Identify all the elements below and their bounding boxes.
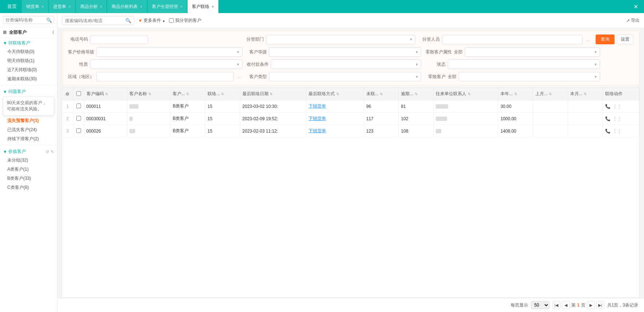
filter-row-2: 客户价格等级 ▼ 客户等级 ▼ 零散客户属性 全部 bbox=[68, 47, 633, 57]
th-last-month[interactable]: 上月... ⇅ bbox=[533, 88, 568, 100]
close-tab-purchase-icon[interactable]: × bbox=[68, 4, 71, 9]
zero-attr-select[interactable]: ▼ bbox=[465, 47, 600, 57]
status-select[interactable]: ▼ bbox=[448, 60, 600, 69]
more-action-icon[interactable]: ⋮⋮ bbox=[613, 116, 621, 121]
nav-tab-customer-layer[interactable]: 客户分层经营 × bbox=[148, 0, 187, 13]
nav-tab-analysis-list[interactable]: 商品分析列表 × bbox=[107, 0, 146, 13]
more-action-icon[interactable]: ⋮⋮ bbox=[613, 129, 621, 134]
refresh-icon[interactable]: ↺ bbox=[45, 149, 49, 154]
settings-button[interactable]: 设置 bbox=[617, 35, 633, 44]
nav-tab-purchase[interactable]: 进货单 × bbox=[49, 0, 75, 13]
row-checkbox[interactable] bbox=[76, 116, 81, 121]
th-checkbox[interactable] bbox=[73, 88, 84, 100]
dept-select[interactable]: ▼ bbox=[266, 35, 415, 44]
th-contact[interactable]: 联络... ⇅ bbox=[205, 88, 240, 100]
th-this-month[interactable]: 本月... ⇅ bbox=[568, 88, 603, 100]
th-last-date[interactable]: 最后联络日期 ⇅ bbox=[240, 88, 306, 100]
td-last-method[interactable]: 下销货单 bbox=[306, 100, 364, 113]
prev-page-button[interactable]: ◀ bbox=[562, 301, 570, 309]
th-overdue[interactable]: 逾期... ⇅ bbox=[399, 88, 434, 100]
nature-select[interactable]: ▼ bbox=[90, 60, 242, 69]
next-page-button[interactable]: ▶ bbox=[587, 301, 595, 309]
zero-order-select[interactable]: ▼ bbox=[459, 72, 600, 81]
th-customer-name[interactable]: 客户名称 ⇅ bbox=[127, 88, 170, 100]
export-button[interactable]: ↗ 导出 bbox=[626, 17, 640, 24]
row-checkbox[interactable] bbox=[76, 104, 81, 108]
sidebar-item-churn-warning[interactable]: 流失预警客户(3) bbox=[0, 116, 57, 125]
td-checkbox[interactable] bbox=[73, 100, 84, 113]
td-action[interactable]: 📞 ⋮⋮ bbox=[603, 100, 639, 113]
last-method-link[interactable]: 下销货单 bbox=[309, 128, 326, 133]
td-action[interactable]: 📞 ⋮⋮ bbox=[603, 113, 639, 125]
my-customers-checkbox-wrap[interactable]: 我分管的客户 bbox=[169, 17, 201, 24]
select-all-checkbox[interactable] bbox=[76, 91, 81, 96]
sidebar-item-class-c[interactable]: C类客户(6) bbox=[0, 183, 57, 192]
th-un-contact[interactable]: 未联... ⇅ bbox=[364, 88, 399, 100]
contact-icon[interactable]: 📞 bbox=[605, 129, 611, 134]
td-this-month bbox=[568, 125, 603, 137]
td-action[interactable]: 📞 ⋮⋮ bbox=[603, 125, 639, 137]
area-select[interactable] bbox=[96, 72, 234, 81]
sidebar-group-pending[interactable]: ▼ 待联络客户 bbox=[0, 38, 57, 47]
td-last-method[interactable]: 下销货单 bbox=[306, 113, 364, 125]
sidebar-item-overdue[interactable]: 逾期未联络(30) bbox=[0, 74, 57, 84]
last-method-link[interactable]: 下销货单 bbox=[309, 104, 326, 109]
contact-icon[interactable]: 📞 bbox=[605, 116, 611, 121]
payment-select[interactable]: ▼ bbox=[271, 60, 421, 69]
per-page-select[interactable]: 50 20 100 bbox=[531, 301, 550, 309]
th-settings[interactable]: ⚙ bbox=[62, 88, 73, 100]
window-close-button[interactable]: ✕ bbox=[631, 3, 641, 10]
nav-tab-customer-contact[interactable]: 客户联络 × bbox=[188, 0, 218, 13]
sidebar-item-churned[interactable]: 已流失客户(24) bbox=[0, 125, 57, 134]
last-method-link[interactable]: 下销货单 bbox=[309, 116, 326, 121]
sidebar-search-wrap: 🔍 bbox=[0, 13, 57, 27]
contact-icon[interactable]: 📞 bbox=[605, 104, 611, 109]
sidebar-item-ungroup[interactable]: 未分组(32) bbox=[0, 156, 57, 165]
query-button[interactable]: 查询 bbox=[596, 35, 615, 44]
th-this-year[interactable]: 本年... ⇅ bbox=[498, 88, 533, 100]
more-dots-icon[interactable]: ... bbox=[585, 37, 591, 42]
td-last-method[interactable]: 下销货单 bbox=[306, 125, 364, 137]
my-customers-checkbox[interactable] bbox=[169, 18, 174, 23]
nav-tab-sales[interactable]: 销货单 × bbox=[22, 0, 48, 13]
more-action-icon[interactable]: ⋮⋮ bbox=[613, 104, 621, 109]
close-tab-customer-contact-icon[interactable]: × bbox=[212, 4, 214, 9]
th-customer-code[interactable]: 客户编码 ⇅ bbox=[84, 88, 127, 100]
customer-type-select[interactable]: ▼ bbox=[269, 72, 421, 81]
close-tab-analysis-list-icon[interactable]: × bbox=[140, 4, 142, 9]
sidebar-all-customers[interactable]: ⊞ 全部客户 《 bbox=[0, 27, 57, 38]
customer-level-select[interactable]: ▼ bbox=[269, 47, 421, 57]
td-last-month bbox=[533, 113, 568, 125]
td-last-month bbox=[533, 100, 568, 113]
page-navigation: |◀ ◀ 第 1 页 ▶ ▶| bbox=[552, 301, 604, 309]
nav-home[interactable]: 首页 bbox=[3, 0, 21, 13]
sidebar-group-value[interactable]: ▼ 价值客户 ↺ ✎ bbox=[0, 147, 57, 156]
td-checkbox[interactable] bbox=[73, 113, 84, 125]
th-customer-type[interactable]: 客户... ⇅ bbox=[170, 88, 205, 100]
person-select[interactable] bbox=[442, 35, 583, 44]
sidebar-item-tomorrow[interactable]: 明天待联络(1) bbox=[0, 56, 57, 65]
th-contact-person[interactable]: 往来单位联系人 ⇅ bbox=[434, 88, 498, 100]
nav-tab-analysis[interactable]: 商品分析 × bbox=[76, 0, 106, 13]
first-page-button[interactable]: |◀ bbox=[552, 301, 560, 309]
sidebar-item-class-a[interactable]: A类客户(1) bbox=[0, 165, 57, 174]
last-page-button[interactable]: ▶| bbox=[596, 301, 604, 309]
th-last-method[interactable]: 最后联络方式 ⇅ bbox=[306, 88, 364, 100]
price-level-select[interactable]: ▼ bbox=[96, 47, 242, 57]
search-icon[interactable]: 🔍 bbox=[125, 18, 131, 23]
more-conditions-button[interactable]: ▼ 更多条件 ▲ bbox=[138, 17, 165, 24]
td-checkbox[interactable] bbox=[73, 125, 84, 137]
sidebar-item-class-b[interactable]: B类客户(33) bbox=[0, 174, 57, 183]
sidebar-item-declining[interactable]: 持续下滑客户(2) bbox=[0, 134, 57, 143]
sidebar-item-7days[interactable]: 近7天待联络(0) bbox=[0, 65, 57, 74]
edit-icon[interactable]: ✎ bbox=[51, 149, 54, 154]
close-tab-customer-layer-icon[interactable]: × bbox=[180, 4, 182, 9]
phone-input[interactable] bbox=[90, 35, 148, 44]
sidebar-item-today[interactable]: 今天待联络(0) bbox=[0, 47, 57, 56]
close-tab-analysis-icon[interactable]: × bbox=[100, 4, 102, 9]
area-more-dots[interactable]: ... bbox=[236, 74, 242, 79]
row-checkbox[interactable] bbox=[76, 128, 81, 133]
search-input[interactable] bbox=[65, 18, 125, 23]
sidebar-group-problem[interactable]: ▼ 问题客户 bbox=[0, 87, 57, 96]
close-tab-sales-icon[interactable]: × bbox=[41, 4, 44, 9]
